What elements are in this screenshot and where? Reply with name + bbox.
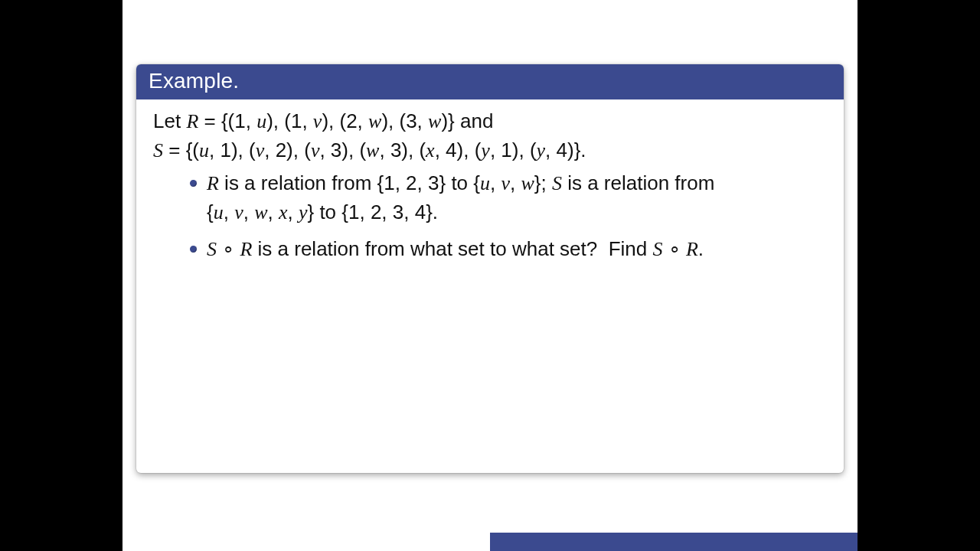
slide: Example. Let R = {(1, u), (1, v), (2, w)… xyxy=(122,0,858,551)
list-item: S ∘ R is a relation from what set to wha… xyxy=(190,235,827,264)
list-item: R is a relation from {1, 2, 3} to {u, v,… xyxy=(190,169,827,227)
intro-line-1: Let R = {(1, u), (1, v), (2, w), (3, w)}… xyxy=(153,109,493,132)
intro-line-2: S = {(u, 1), (v, 2), (v, 3), (w, 3), (x,… xyxy=(153,139,586,161)
footer-right xyxy=(490,533,858,551)
example-block: Example. Let R = {(1, u), (1, v), (2, w)… xyxy=(136,64,844,473)
bullet-list: R is a relation from {1, 2, 3} to {u, v,… xyxy=(153,169,827,263)
slide-stage: Example. Let R = {(1, u), (1, v), (2, w)… xyxy=(122,0,858,551)
intro-text: Let R = {(1, u), (1, v), (2, w), (3, w)}… xyxy=(153,107,827,165)
block-title: Example. xyxy=(136,64,844,99)
block-body: Let R = {(1, u), (1, v), (2, w), (3, w)}… xyxy=(136,99,844,473)
